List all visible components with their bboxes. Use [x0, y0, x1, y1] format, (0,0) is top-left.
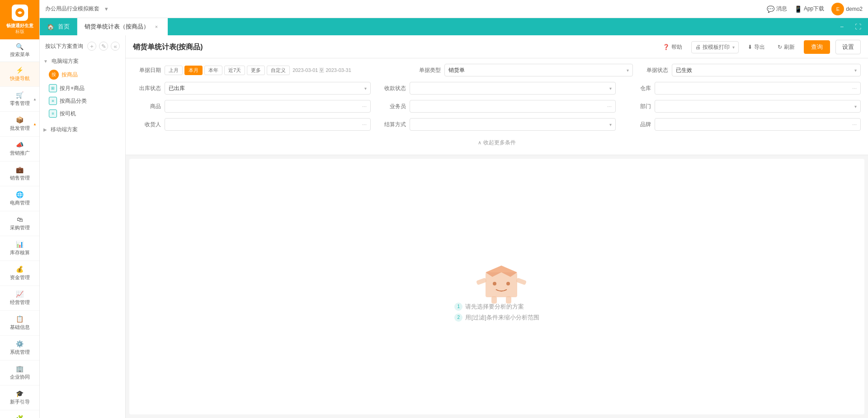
payment-dropdown[interactable]: ▾ [410, 118, 616, 131]
sidebar-item-ecommerce[interactable]: 🌐 电商管理 [0, 186, 39, 211]
message-icon: 💬 [767, 5, 774, 13]
sidebar-item-enterprise[interactable]: 🏢 企业协同 [0, 361, 39, 385]
topbar-title: 办公用品行业模拟账套 [45, 5, 99, 13]
month-product-icon: ⊞ [49, 84, 57, 92]
date-7days-btn[interactable]: 近7天 [224, 66, 245, 75]
add-scheme-button[interactable]: + [87, 42, 96, 51]
page-header-top: 销货单统计表(按商品) ❓ 帮助 🖨 按模板打印 ▾ ⬇ [133, 40, 861, 54]
tab-report[interactable]: 销货单统计表（按商品） × [77, 18, 168, 35]
tree-item-by-product[interactable]: 按 按商品 [40, 67, 125, 82]
tab-home[interactable]: 🏠 首页 [40, 18, 77, 35]
collect-status-chevron: ▾ [609, 86, 612, 91]
sidebar-item-guide[interactable]: 🎓 新手引导 [0, 385, 39, 410]
doc-type-chevron: ▾ [627, 68, 629, 73]
sidebar-item-retail[interactable]: 🛒 零售管理 [0, 87, 39, 112]
topbar-dropdown-icon[interactable]: ▾ [105, 5, 108, 12]
username: demo2 [846, 6, 863, 12]
collapse-panel-button[interactable]: « [111, 42, 120, 51]
tabbar-actions: − ⛶ [835, 20, 868, 33]
sidebar-item-operations[interactable]: 📈 经营管理 [0, 286, 39, 311]
date-current-month-btn[interactable]: 本月 [184, 66, 203, 75]
tab-close-icon[interactable]: × [153, 23, 160, 30]
app-download-button[interactable]: 📱 App下载 [794, 5, 824, 13]
wholesale-label: 批发管理 [10, 125, 30, 132]
settings-button[interactable]: 设置 [835, 40, 861, 54]
pc-section-header[interactable]: ▼ 电脑端方案 [40, 55, 125, 67]
collapse-up-icon: ∧ [478, 140, 481, 146]
query-button[interactable]: 查询 [804, 40, 830, 54]
out-status-label: 出库状态 [133, 85, 165, 92]
finance-label: 资金管理 [10, 274, 30, 281]
warehouse-dropdown[interactable]: ··· [655, 82, 861, 95]
refresh-icon: ↻ [778, 44, 782, 50]
refresh-label: 刷新 [784, 43, 795, 51]
product-dropdown[interactable]: ··· [165, 100, 371, 113]
sidebar-item-purchase[interactable]: 🛍 采购管理 [0, 211, 39, 236]
date-more-btn[interactable]: 更多 [247, 66, 265, 75]
recipient-dropdown[interactable]: ··· [165, 118, 371, 131]
svg-rect-6 [476, 277, 487, 285]
avatar-icon: E [831, 3, 844, 15]
user-avatar[interactable]: E demo2 [831, 3, 863, 15]
sidebar-item-system[interactable]: ⚙️ 系统管理 [0, 336, 39, 361]
sidebar-search[interactable]: 🔍 搜索菜单 [0, 39, 39, 62]
tree-item-by-month-product[interactable]: ⊞ 按月+商品 [40, 82, 125, 95]
dept-dropdown[interactable]: ▾ [655, 100, 861, 113]
date-custom-btn[interactable]: 自定义 [267, 66, 290, 75]
filter-row-1: 单据日期 上月 本月 本年 近7天 更多 自定义 2023-03-01 至 20… [133, 64, 861, 76]
out-status-dropdown[interactable]: 已出库 ▾ [165, 82, 371, 95]
export-button[interactable]: ⬇ 导出 [744, 42, 769, 53]
tab-expand-button[interactable]: ⛶ [852, 20, 864, 33]
collect-status-dropdown[interactable]: ▾ [410, 82, 616, 95]
collect-status-label: 收款状态 [378, 85, 410, 92]
collapse-filters-button[interactable]: ∧ 收起更多条件 [133, 136, 861, 149]
topbar: 办公用品行业模拟账套 ▾ 💬 消息 📱 App下载 E demo2 [40, 0, 868, 18]
out-status-chevron: ▾ [364, 86, 367, 91]
date-current-year-btn[interactable]: 本年 [204, 66, 222, 75]
tree-item-by-category[interactable]: ≡ 按商品分类 [40, 95, 125, 107]
salesperson-label: 业务员 [378, 103, 410, 110]
left-panel: 按以下方案查询 + ✎ « ▼ 电脑端方案 按 按商品 [40, 35, 126, 418]
payment-label: 结算方式 [378, 121, 410, 128]
sidebar-item-inventory[interactable]: 📊 库存核算 [0, 236, 39, 261]
sidebar: 畅捷通好生意 标版 🔍 搜索菜单 ⚡ 快捷导航 🛒 零售管理 📦 批发管理 📣 … [0, 0, 40, 418]
sidebar-item-basic-info[interactable]: 📋 基础信息 [0, 311, 39, 336]
svg-point-2 [493, 282, 496, 285]
doc-type-dropdown[interactable]: 销货单 ▾ [444, 64, 633, 76]
refresh-button[interactable]: ↻ 刷新 [774, 42, 798, 53]
by-customer-label: 按司机 [60, 110, 76, 118]
print-button[interactable]: 🖨 按模板打印 ▾ [691, 41, 739, 53]
brand-dots: ··· [852, 121, 857, 128]
filter-row-2: 出库状态 已出库 ▾ 收款状态 ▾ 仓库 ··· [133, 82, 861, 95]
page-header-actions: ❓ 帮助 🖨 按模板打印 ▾ ⬇ 导出 ↻ [659, 40, 861, 54]
sidebar-item-apps[interactable]: 🧩 应用中心 [0, 410, 39, 418]
date-last-month-btn[interactable]: 上月 [165, 66, 183, 75]
main-content: 办公用品行业模拟账套 ▾ 💬 消息 📱 App下载 E demo2 🏠 首页 [40, 0, 868, 418]
brand-label: 品牌 [623, 121, 655, 128]
doc-type-label: 单据类型 [413, 66, 444, 74]
brand-dropdown[interactable]: ··· [655, 118, 861, 131]
dept-chevron: ▾ [854, 104, 857, 109]
svg-rect-7 [516, 277, 527, 285]
inventory-label: 库存核算 [10, 249, 30, 256]
collapse-label: 收起更多条件 [483, 139, 516, 147]
date-label: 单据日期 [133, 66, 165, 74]
help-label: 帮助 [671, 43, 682, 51]
empty-state: 1 请先选择要分析的方案 2 用[过滤]条件来缩小分析范围 [454, 252, 539, 322]
sidebar-item-finance[interactable]: 💰 资金管理 [0, 261, 39, 286]
message-button[interactable]: 💬 消息 [767, 5, 787, 13]
sidebar-item-wholesale[interactable]: 📦 批发管理 [0, 112, 39, 137]
sidebar-item-marketing[interactable]: 📣 营销推广 [0, 137, 39, 162]
help-button[interactable]: ❓ 帮助 [659, 42, 686, 53]
salesperson-dropdown[interactable]: ··· [410, 100, 616, 113]
tree-item-by-customer[interactable]: ≡ 按司机 [40, 107, 125, 120]
export-icon: ⬇ [748, 44, 752, 50]
mobile-section-header[interactable]: ▶ 移动端方案 [40, 124, 125, 136]
doc-status-dropdown[interactable]: 已生效 ▾ [672, 64, 861, 76]
tab-minimize-button[interactable]: − [835, 20, 848, 33]
pc-expand-arrow: ▼ [43, 59, 48, 64]
sidebar-item-sales[interactable]: 💼 销售管理 [0, 162, 39, 186]
edit-scheme-button[interactable]: ✎ [99, 42, 108, 51]
doc-type-value: 销货单 [448, 66, 465, 74]
sidebar-item-quick-nav[interactable]: ⚡ 快捷导航 [0, 62, 39, 87]
